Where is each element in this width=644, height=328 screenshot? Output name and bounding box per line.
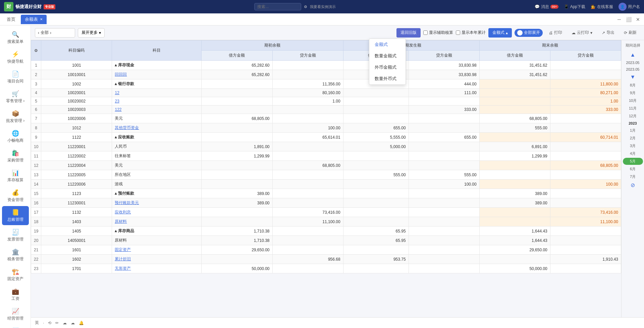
period-jul[interactable]: 7月 bbox=[623, 173, 643, 180]
th-settings[interactable]: ⚙ bbox=[31, 41, 41, 61]
period-jan[interactable]: 1月 bbox=[623, 127, 643, 134]
sidebar-item-search[interactable]: 🔍 搜索菜单 bbox=[2, 28, 29, 47]
status-edit-icon[interactable]: ✏ bbox=[55, 321, 59, 325]
message-btn[interactable]: 💬 消息 99+ bbox=[535, 4, 558, 10]
sidebar-item-assets[interactable]: 🏗️ 固定资产 bbox=[2, 265, 29, 284]
period-sep[interactable]: 9月 bbox=[623, 89, 643, 96]
cell-subject[interactable]: 累计折旧 bbox=[112, 255, 202, 264]
sidebar-item-payroll[interactable]: 💼 工资 bbox=[2, 285, 29, 304]
th-close-debit: 借方金额 bbox=[479, 51, 550, 61]
sidebar-item-ecommerce[interactable]: 🌐 小畅电商 bbox=[2, 127, 29, 146]
cell-open-debit bbox=[202, 97, 272, 106]
sidebar-item-expense[interactable]: 🧾 小畅报销 bbox=[2, 325, 29, 328]
cell-subject[interactable]: 回回回 bbox=[112, 70, 202, 79]
cell-subject[interactable]: 其他货币资金 bbox=[112, 123, 202, 133]
period-aug[interactable]: 8月 bbox=[623, 82, 643, 89]
period-apr[interactable]: 4月 bbox=[623, 150, 643, 157]
dropdown-item-qty-amount[interactable]: 数量金额式 bbox=[369, 50, 406, 62]
cloud-print-btn[interactable]: ☁ 云打印 ▾ bbox=[568, 28, 596, 38]
style-btn[interactable]: 金额式 ▴ bbox=[488, 28, 512, 38]
forward-icon[interactable]: › bbox=[50, 30, 51, 35]
tab-actions: ─ ⬜ ✕ bbox=[616, 16, 641, 23]
tab-balance[interactable]: 余额表 ✕ bbox=[21, 15, 47, 24]
sidebar-item-funds[interactable]: 💰 资金管理 bbox=[2, 186, 29, 205]
sidebar-label-ecommerce: 小畅电商 bbox=[3, 138, 28, 143]
dropdown-item-amount[interactable]: 金额式 bbox=[369, 40, 406, 50]
cell-close-credit: 1,910.43 bbox=[550, 255, 621, 264]
cell-subject[interactable]: 应收利息 bbox=[112, 208, 202, 217]
toggle-all-btn[interactable]: 全部展开 bbox=[515, 29, 543, 37]
cell-subject[interactable]: 12 bbox=[112, 89, 202, 97]
app-download-btn[interactable]: 📱 App下载 bbox=[564, 4, 585, 10]
status-lang[interactable]: 英 bbox=[35, 320, 39, 326]
refresh-btn[interactable]: ⟳ 刷新 bbox=[621, 28, 640, 38]
sidebar-item-management[interactable]: 📈 经营管理 bbox=[2, 305, 29, 324]
cell-subject[interactable]: 无形资产 bbox=[112, 264, 202, 273]
user-avatar[interactable]: 👤 用户名 bbox=[619, 3, 640, 11]
return-btn[interactable]: 退回旧版 bbox=[396, 28, 421, 38]
period-collapse-icon[interactable]: ⊘ bbox=[629, 181, 636, 190]
sidebar-item-retail[interactable]: 🛒 零售管理 › bbox=[2, 87, 29, 107]
sidebar-item-wholesale[interactable]: 📦 批发管理 › bbox=[2, 107, 29, 126]
demo-label[interactable]: 我要看实例演示 bbox=[310, 4, 336, 9]
expand-btn[interactable]: 展开更多 ▾ bbox=[78, 28, 105, 38]
period-jun[interactable]: 6月 bbox=[623, 166, 643, 173]
period-feb[interactable]: 2月 bbox=[623, 135, 643, 142]
cell-cur-credit: 333.00 bbox=[409, 106, 479, 114]
cell-close-debit: 1,299.99 bbox=[479, 151, 550, 161]
show-ytd-checkbox[interactable]: 显示本年累计 bbox=[456, 30, 486, 36]
cell-code: 1405 bbox=[41, 226, 112, 236]
period-mar[interactable]: 3月 bbox=[623, 142, 643, 149]
status-sync-icon[interactable]: ⟲ bbox=[48, 321, 51, 325]
dropdown-item-qty-currency[interactable]: 数量外币式 bbox=[369, 73, 406, 84]
sidebar-item-ledger[interactable]: 📒 总账管理 bbox=[2, 206, 29, 225]
tab-home[interactable]: 首页 bbox=[3, 15, 19, 24]
dropdown-item-currency-amount[interactable]: 外币金额式 bbox=[369, 62, 406, 73]
period-may[interactable]: 5月 bbox=[623, 158, 643, 165]
sidebar-label-search: 搜索菜单 bbox=[3, 39, 28, 45]
top-search-input[interactable] bbox=[254, 3, 301, 10]
status-bell-icon[interactable]: 🔔 bbox=[79, 321, 84, 325]
settings-icon[interactable]: ⚙ bbox=[304, 5, 307, 9]
cell-subject[interactable]: 原材料 bbox=[112, 217, 202, 226]
status-cloud-icon[interactable]: ☁ bbox=[63, 321, 67, 325]
tab-min-icon[interactable]: ─ bbox=[616, 16, 623, 23]
sidebar-label-purchase: 采购管理 bbox=[3, 157, 28, 163]
helper-check[interactable] bbox=[423, 30, 428, 35]
show-helper-checkbox[interactable]: 显示辅助核算 bbox=[423, 30, 453, 36]
online-service-btn[interactable]: 💁 在线客服 bbox=[591, 4, 613, 10]
sidebar-item-nav[interactable]: ⚡ 快捷导航 bbox=[2, 48, 29, 67]
sidebar-item-purchase[interactable]: 🛍️ 采购管理 bbox=[2, 147, 29, 166]
print-btn[interactable]: 🖨 打印 bbox=[545, 28, 566, 38]
app-name: 畅捷通好业财 bbox=[15, 4, 42, 10]
collapse-up-icon[interactable]: ▲ bbox=[629, 51, 637, 59]
period-oct[interactable]: 10月 bbox=[623, 97, 643, 104]
cell-subject[interactable]: 预付账款美元 bbox=[112, 198, 202, 208]
period-2023-05b[interactable]: 2023.05 bbox=[623, 66, 643, 72]
cell-subject[interactable]: 122 bbox=[112, 106, 202, 114]
show-ytd-label: 显示本年累计 bbox=[462, 30, 486, 36]
back-icon[interactable]: ‹ bbox=[38, 30, 39, 35]
sidebar-item-inventory[interactable]: 📊 库存核算 bbox=[2, 167, 29, 186]
sidebar-item-tax[interactable]: 🏛️ 税务管理 bbox=[2, 246, 29, 265]
period-dec[interactable]: 12月 bbox=[623, 113, 643, 120]
table-main[interactable]: ⚙ 科目编码 科目 期初余额 本期发生额 期末余额 借方金额 贷方金额 借方金额… bbox=[31, 40, 621, 317]
sidebar-item-invoice[interactable]: 🧾 发票管理 bbox=[2, 226, 29, 245]
period-nov[interactable]: 11月 bbox=[623, 105, 643, 112]
cell-subject[interactable]: 23 bbox=[112, 97, 202, 106]
cell-row-no: 18 bbox=[31, 217, 41, 226]
cell-code: 1122 bbox=[41, 133, 112, 142]
tab-close-window-icon[interactable]: ✕ bbox=[635, 16, 641, 23]
period-2023-05a[interactable]: 2023.05 bbox=[623, 60, 643, 66]
sidebar-item-project[interactable]: 📄 项目合同 bbox=[2, 68, 29, 87]
cell-subject[interactable]: 固定资产 bbox=[112, 245, 202, 255]
print-icon: 🖨 bbox=[549, 30, 553, 35]
tab-close-icon[interactable]: ✕ bbox=[40, 17, 43, 21]
cell-open-credit bbox=[272, 226, 343, 236]
ytd-check[interactable] bbox=[456, 30, 460, 35]
status-cloud2-icon[interactable]: ☁ bbox=[71, 321, 75, 325]
tab-expand-icon[interactable]: ⬜ bbox=[625, 16, 632, 23]
collapse-down-icon[interactable]: ▼ bbox=[629, 73, 637, 81]
export-btn[interactable]: ↗ 导出 bbox=[598, 28, 618, 38]
cell-close-credit bbox=[550, 236, 621, 245]
